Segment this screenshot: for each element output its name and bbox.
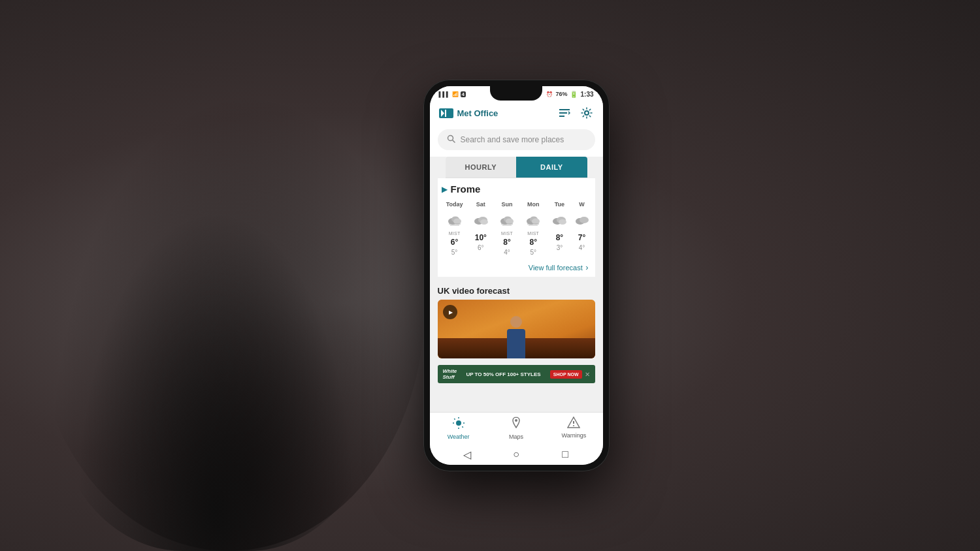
ad-text: UP TO 50% OFF 100+ STYLES: [461, 371, 546, 377]
ad-logo: WhiteStuff: [443, 368, 457, 380]
play-button[interactable]: ▶: [443, 305, 457, 319]
svg-point-19: [506, 219, 514, 225]
svg-point-11: [453, 219, 461, 225]
day-label-sat: Sat: [476, 201, 485, 208]
ad-banner[interactable]: WhiteStuff UP TO 50% OFF 100+ STYLES SHO…: [438, 365, 595, 383]
weather-badge-mon: MIST: [527, 231, 539, 236]
status-left: ▌▌▌ 📶 4: [439, 91, 466, 97]
weather-icon-sun: [497, 210, 517, 229]
nav-weather[interactable]: Weather: [430, 417, 487, 440]
wifi-icon: 📶: [452, 91, 459, 97]
home-button[interactable]: ○: [510, 448, 523, 461]
header-icons: [557, 106, 594, 120]
nav-maps[interactable]: Maps: [487, 417, 545, 440]
day-mon: Mon MIST 8° 5°: [520, 201, 546, 256]
view-full-forecast[interactable]: View full forecast ›: [442, 256, 591, 274]
view-full-arrow: ›: [585, 262, 588, 272]
temp-low-sat: 6°: [478, 244, 484, 251]
nav-warnings-label: Warnings: [561, 432, 586, 439]
svg-point-29: [559, 219, 566, 225]
search-bar-container: Search and save more places: [430, 125, 603, 157]
weather-nav-icon: [452, 417, 465, 432]
tabs-wrapper: HOURLY DAILY: [430, 157, 603, 178]
weather-card: ▶ Frome Today: [438, 178, 595, 277]
maps-nav-icon: [510, 417, 522, 432]
temp-low-sun: 4°: [504, 249, 510, 256]
back-button[interactable]: ◁: [461, 448, 474, 461]
data-icon: 4: [461, 91, 466, 97]
weather-icon-mon: [523, 210, 543, 229]
svg-point-39: [515, 419, 517, 422]
forecast-days: Today MIST 6° 5°: [442, 201, 591, 256]
svg-point-6: [585, 111, 589, 115]
view-full-label: View full forecast: [529, 264, 583, 272]
signal-icon: ▌▌▌: [439, 91, 450, 97]
nav-weather-label: Weather: [448, 433, 470, 440]
temp-high-sat: 10°: [475, 233, 487, 242]
tab-hourly[interactable]: HOURLY: [446, 157, 517, 178]
android-nav: ◁ ○ □: [430, 443, 603, 465]
day-label-mon: Mon: [527, 201, 540, 208]
temp-low-mon: 5°: [530, 249, 536, 256]
svg-point-16: [480, 219, 488, 225]
svg-line-38: [462, 426, 463, 427]
app-name-label: Met Office: [457, 108, 498, 118]
nav-warnings[interactable]: Warnings: [545, 417, 602, 440]
warnings-nav-icon: [567, 417, 580, 431]
tab-daily[interactable]: DAILY: [516, 157, 587, 178]
phone-notch: [490, 86, 542, 101]
svg-point-24: [532, 219, 540, 225]
temp-high-mon: 8°: [529, 238, 536, 247]
weather-badge-sun: MIST: [501, 231, 513, 236]
search-icon: [447, 134, 455, 145]
day-label-wed: W: [579, 201, 585, 208]
alarm-icon: ⏰: [546, 91, 553, 97]
ad-close-icon[interactable]: ✕: [585, 371, 590, 378]
app-header: Met Office: [430, 101, 603, 125]
temp-high-sun: 8°: [503, 238, 510, 247]
location-name: Frome: [451, 183, 481, 195]
weather-icon-sat: [471, 210, 491, 229]
battery-percent: 76%: [555, 91, 567, 97]
location-pin-icon: ▶: [442, 185, 448, 194]
svg-point-42: [573, 425, 574, 426]
recent-button[interactable]: □: [559, 448, 572, 461]
nav-maps-label: Maps: [509, 433, 523, 440]
status-right: ⏰ 76% 🔋 1:33: [546, 91, 593, 98]
video-section-title: UK video forecast: [438, 286, 595, 296]
day-label-sun: Sun: [502, 201, 513, 208]
sort-icon[interactable]: [557, 106, 572, 120]
search-placeholder: Search and save more places: [461, 135, 564, 144]
day-today: Today MIST 6° 5°: [442, 201, 468, 256]
temp-low-today: 5°: [451, 249, 458, 256]
video-thumbnail[interactable]: ▶: [438, 300, 595, 358]
settings-icon[interactable]: [580, 106, 594, 120]
weather-icon-today: [445, 210, 465, 229]
battery-icon: 🔋: [570, 91, 578, 98]
day-sat: Sat 10° 6°: [468, 201, 494, 256]
video-section: UK video forecast ▶: [430, 281, 603, 362]
svg-point-31: [580, 217, 589, 223]
weather-icon-wed: [573, 210, 591, 229]
phone-device: ▌▌▌ 📶 4 ⏰ 76% 🔋 1:33 Met Office: [423, 80, 610, 471]
bottom-nav: Weather Maps: [430, 412, 603, 443]
weather-icon-tue: [549, 210, 569, 229]
search-input[interactable]: Search and save more places: [438, 129, 595, 150]
met-office-logo: Met Office: [439, 108, 498, 118]
weather-badge-today: MIST: [449, 231, 461, 236]
svg-line-37: [454, 418, 455, 419]
temp-low-tue: 3°: [557, 244, 563, 251]
met-office-logo-icon: [439, 108, 453, 118]
svg-rect-2: [445, 110, 446, 117]
temp-high-wed: 7°: [578, 233, 585, 242]
ad-shop-button[interactable]: SHOP NOW: [550, 370, 582, 379]
time-display: 1:33: [580, 91, 593, 98]
temp-high-tue: 8°: [556, 233, 563, 242]
phone-screen: ▌▌▌ 📶 4 ⏰ 76% 🔋 1:33 Met Office: [430, 86, 603, 465]
forecast-tabs: HOURLY DAILY: [446, 157, 587, 178]
day-label-today: Today: [446, 201, 463, 208]
location-header: ▶ Frome: [442, 183, 591, 195]
day-tue: Tue 8° 3°: [546, 201, 572, 256]
temp-low-wed: 4°: [579, 244, 585, 251]
day-wed: W 7° 4°: [573, 201, 591, 256]
